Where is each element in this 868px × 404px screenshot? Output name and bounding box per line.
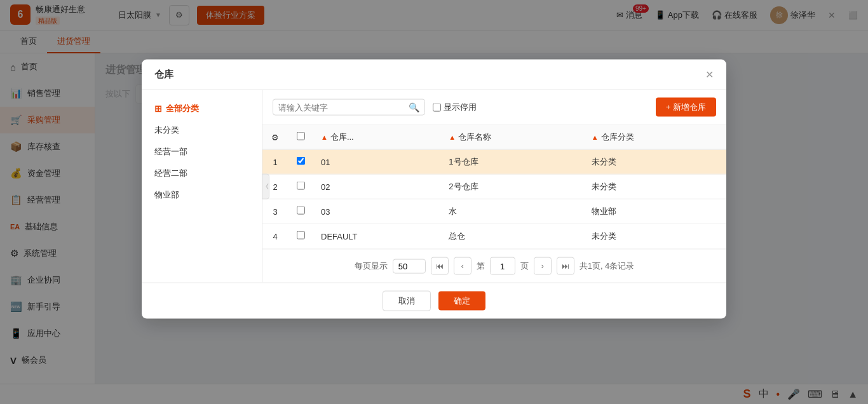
show-disabled-label: 显示停用	[444, 102, 477, 113]
row-code: 02	[313, 174, 441, 199]
modal-footer: 取消 确定	[142, 283, 726, 319]
cancel-button[interactable]: 取消	[383, 291, 431, 311]
last-page-icon: ⏭	[562, 262, 569, 271]
col-name-header: ▲ 仓库名称	[441, 125, 583, 150]
row-checkbox[interactable]	[297, 182, 305, 190]
table-row[interactable]: 1 01 1号仓库 未分类	[262, 149, 726, 174]
row-category: 未分类	[584, 149, 726, 174]
next-page-icon: ›	[541, 262, 544, 271]
row-seq: 1	[262, 149, 288, 174]
table-row[interactable]: 3 03 水 物业部	[262, 199, 726, 224]
modal-title: 仓库	[154, 69, 173, 81]
category-property[interactable]: 物业部	[142, 184, 262, 206]
show-disabled-checkbox-label[interactable]: 显示停用	[433, 102, 477, 113]
row-checkbox[interactable]	[297, 157, 305, 165]
table-row[interactable]: 2 02 2号仓库 未分类	[262, 174, 726, 199]
row-code: 03	[313, 199, 441, 224]
row-seq: 4	[262, 224, 288, 248]
row-category: 未分类	[584, 174, 726, 199]
prev-page-icon: ‹	[461, 262, 464, 271]
col-checkbox	[288, 125, 313, 150]
total-info: 共1页, 4条记录	[580, 260, 635, 272]
category-all[interactable]: ⊞ 全部分类	[142, 98, 262, 119]
page-label: 第	[477, 260, 485, 272]
page-suffix: 页	[520, 260, 529, 272]
show-disabled-checkbox[interactable]	[433, 103, 441, 111]
row-code: 01	[313, 149, 441, 174]
category-ops1[interactable]: 经营一部	[142, 141, 262, 163]
modal-header: 仓库 ✕	[142, 60, 726, 90]
sort-icon-category: ▲	[592, 133, 599, 141]
sort-icon-code: ▲	[321, 133, 328, 141]
search-box: 🔍	[273, 99, 425, 116]
collapse-icon: 《	[262, 182, 269, 191]
col-code-header: ▲ 仓库...	[313, 125, 441, 150]
col-code-label: 仓库...	[330, 131, 354, 143]
table-header-row: ⚙ ▲ 仓库...	[262, 125, 726, 150]
col-category-label: 仓库分类	[601, 131, 634, 143]
per-page-label: 每页显示	[355, 260, 388, 272]
first-page-button[interactable]: ⏮	[431, 257, 449, 275]
warehouse-table: ⚙ ▲ 仓库...	[262, 125, 726, 249]
category-sidebar: ⊞ 全部分类 未分类 经营一部 经营二部 物业部 《	[142, 90, 262, 283]
row-seq: 3	[262, 199, 288, 224]
warehouse-table-wrap: ⚙ ▲ 仓库...	[262, 125, 726, 249]
row-category: 物业部	[584, 199, 726, 224]
page-number-input[interactable]	[490, 257, 515, 275]
row-checkbox[interactable]	[297, 231, 305, 239]
table-row[interactable]: 4 DEFAULT 总仓 未分类	[262, 224, 726, 248]
pagination: 每页显示 20 50 100 ⏮ ‹ 第 页 ›	[262, 249, 726, 283]
modal-close-button[interactable]: ✕	[705, 69, 714, 81]
row-name: 2号仓库	[441, 174, 583, 199]
warehouse-modal: 仓库 ✕ ⊞ 全部分类 未分类 经营一部 经营二部 物业部 《	[142, 60, 726, 319]
col-gear: ⚙	[262, 125, 288, 150]
category-ops1-label: 经营一部	[154, 146, 187, 158]
modal-body: ⊞ 全部分类 未分类 经营一部 经营二部 物业部 《	[142, 90, 726, 283]
prev-page-button[interactable]: ‹	[454, 257, 471, 275]
row-category: 未分类	[584, 224, 726, 248]
row-name: 总仓	[441, 224, 583, 248]
modal-toolbar: 🔍 显示停用 + 新增仓库	[262, 90, 726, 125]
sort-icon-name: ▲	[449, 133, 456, 141]
col-name-label: 仓库名称	[458, 131, 491, 143]
row-checkbox[interactable]	[297, 206, 305, 215]
per-page-select[interactable]: 20 50 100	[393, 259, 426, 273]
row-name: 1号仓库	[441, 149, 583, 174]
modal-main-content: 🔍 显示停用 + 新增仓库 ⚙	[262, 90, 726, 283]
first-page-icon: ⏮	[436, 262, 444, 271]
last-page-button[interactable]: ⏭	[557, 257, 574, 275]
search-input[interactable]	[278, 102, 409, 112]
category-ops2[interactable]: 经营二部	[142, 163, 262, 184]
next-page-button[interactable]: ›	[534, 257, 552, 275]
category-unclassified[interactable]: 未分类	[142, 119, 262, 141]
select-all-checkbox[interactable]	[297, 132, 305, 140]
category-property-label: 物业部	[154, 189, 179, 201]
confirm-button[interactable]: 确定	[438, 292, 485, 311]
col-category-header: ▲ 仓库分类	[584, 125, 726, 150]
category-unclassified-label: 未分类	[154, 125, 179, 136]
category-collapse-button[interactable]: 《	[262, 173, 269, 199]
grid-icon: ⊞	[154, 104, 162, 114]
row-name: 水	[441, 199, 583, 224]
gear-header-icon: ⚙	[271, 132, 279, 142]
search-icon[interactable]: 🔍	[409, 102, 419, 112]
row-code: DEFAULT	[313, 224, 441, 248]
add-warehouse-button[interactable]: + 新增仓库	[656, 98, 716, 117]
category-all-label: 全部分类	[166, 103, 199, 114]
category-ops2-label: 经营二部	[154, 168, 187, 179]
